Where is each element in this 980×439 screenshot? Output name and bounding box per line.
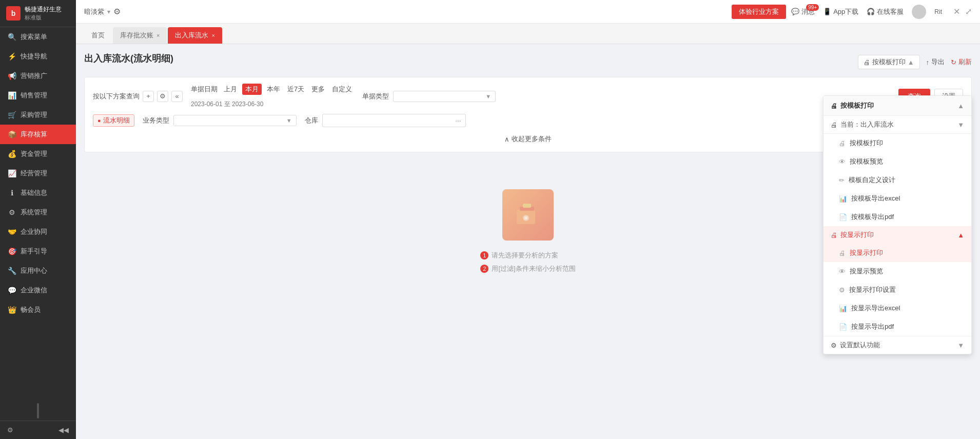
template-design-icon: ✏ — [839, 176, 845, 184]
sidebar-item-basic-info[interactable]: ℹ 基础信息 — [0, 183, 76, 203]
display-section-icon: 🖨 — [831, 231, 837, 239]
dropdown-footer-text: ⚙ 设置默认功能 — [831, 341, 880, 350]
tab-inout-flow[interactable]: 出入库流水 × — [168, 27, 222, 44]
dropdown-item-template-excel[interactable]: 📊 按模板导出excel — [824, 189, 971, 208]
sidebar-collapse-icon[interactable]: ◀◀ — [58, 426, 69, 434]
warehouse-select[interactable]: ··· — [322, 114, 466, 127]
page-actions: 🖨 按模板打印 ▲ ↑ 导出 ↻ 刷新 — [858, 55, 972, 69]
dropdown-item-display-print[interactable]: 🖨 按显示打印 — [824, 244, 971, 262]
template-pdf-icon: 📄 — [839, 213, 847, 221]
topbar-user-dropdown-icon[interactable]: ▾ — [107, 8, 110, 15]
sidebar-item-search[interactable]: 🔍 搜索菜单 — [0, 27, 76, 47]
sidebar-logo: b 畅捷通好生意 标准版 — [0, 0, 76, 27]
doc-type-field: 单据类型 ▼ — [362, 91, 496, 102]
svg-rect-2 — [523, 204, 531, 208]
sidebar-item-app-center[interactable]: 🔧 应用中心 — [0, 261, 76, 281]
sidebar-item-finance[interactable]: 💰 资金管理 — [0, 144, 76, 164]
date-field-row: 单据日期 上月 本月 本年 近7天 更多 自定义 — [191, 84, 354, 95]
export-button[interactable]: ↑ 导出 — [926, 57, 945, 67]
search-icon: 🔍 — [7, 33, 16, 41]
dropdown-item-template-preview[interactable]: 👁 按模板预览 — [824, 152, 971, 171]
topbar-app-download[interactable]: 📱 App下载 — [823, 7, 858, 16]
tab-inout-flow-close[interactable]: × — [211, 32, 214, 38]
tab-home[interactable]: 首页 — [84, 27, 112, 44]
sidebar-item-quick-nav[interactable]: ⚡ 快捷导航 — [0, 47, 76, 66]
member-icon: 👑 — [7, 306, 16, 314]
dropdown-item-template-design[interactable]: ✏ 模板自定义设计 — [824, 171, 971, 189]
dropdown-footer: ⚙ 设置默认功能 ▼ — [824, 336, 971, 354]
warehouse-more-icon[interactable]: ··· — [455, 116, 461, 125]
print-template-button[interactable]: 🖨 按模板打印 ▲ — [858, 55, 920, 69]
sidebar-item-sales[interactable]: 📊 销售管理 — [0, 86, 76, 105]
date-shortcut-custom[interactable]: 自定义 — [330, 84, 354, 95]
current-icon: 🖨 — [831, 121, 837, 129]
dropdown-item-display-preview[interactable]: 👁 按显示预览 — [824, 262, 971, 281]
window-controls: ✕ ⤢ — [953, 7, 972, 16]
dropdown-display-title: 🖨 按显示打印 — [831, 230, 874, 240]
empty-tips: 1 请先选择要分析的方案 2 用[过滤]条件来缩小分析范围 — [480, 249, 575, 275]
export-icon: ↑ — [926, 58, 930, 66]
footer-arrow: ▼ — [957, 342, 964, 349]
sidebar-item-purchase[interactable]: 🛒 采购管理 — [0, 105, 76, 125]
sidebar-settings-icon[interactable]: ⚙ — [7, 426, 13, 434]
sidebar-item-system[interactable]: ⚙ 系统管理 — [0, 203, 76, 222]
topbar: 暗淡紫 ▾ ⚙ 体验行业方案 💬 消息 99+ 📱 App下载 🎧 在线客服 R… — [76, 0, 980, 24]
trial-button[interactable]: 体验行业方案 — [732, 5, 786, 19]
sidebar-item-collab[interactable]: 🤝 企业协同 — [0, 222, 76, 242]
refresh-button[interactable]: ↻ 刷新 — [951, 57, 972, 67]
message-badge: 99+ — [806, 4, 819, 11]
quick-nav-icon: ⚡ — [7, 52, 16, 61]
doc-type-label: 单据类型 — [362, 92, 389, 101]
tab-inventory-batch[interactable]: 库存批次账 × — [113, 27, 167, 44]
dropdown-collapse-arrow[interactable]: ▲ — [957, 102, 964, 110]
tab-inventory-batch-close[interactable]: × — [156, 32, 160, 38]
date-shortcut-7days[interactable]: 近7天 — [285, 84, 306, 95]
sidebar-item-tutorial[interactable]: 🎯 新手引导 — [0, 242, 76, 261]
system-icon: ⚙ — [7, 208, 16, 216]
sidebar-scroll-indicator — [0, 401, 76, 421]
dropdown-item-display-excel[interactable]: 📊 按显示导出excel — [824, 299, 971, 317]
dropdown-header: 🖨 按模板打印 ▲ — [824, 96, 971, 116]
date-range-display: 2023-06-01 至 2023-06-30 — [191, 100, 263, 109]
date-shortcut-this-month[interactable]: 本月 — [242, 84, 262, 95]
scheme-tag-icon: ● — [97, 117, 101, 124]
sidebar-item-inventory[interactable]: 📦 库存核算 — [0, 125, 76, 144]
sidebar-item-weixin[interactable]: 💬 企业微信 — [0, 281, 76, 300]
date-shortcut-last-month[interactable]: 上月 — [222, 84, 239, 95]
window-expand-icon[interactable]: ⤢ — [965, 7, 972, 16]
template-excel-icon: 📊 — [839, 195, 847, 203]
dropdown-item-display-pdf[interactable]: 📄 按显示导出pdf — [824, 317, 971, 336]
sidebar-item-operations[interactable]: 📈 经营管理 — [0, 164, 76, 183]
sidebar-item-member[interactable]: 👑 畅会员 — [0, 300, 76, 320]
topbar-avatar[interactable] — [912, 5, 926, 19]
sidebar: b 畅捷通好生意 标准版 🔍 搜索菜单 ⚡ 快捷导航 📢 营销推广 📊 销售管理… — [0, 0, 76, 439]
empty-tip-1: 1 请先选择要分析的方案 — [480, 249, 575, 262]
add-scheme-button[interactable]: + — [143, 91, 154, 102]
topbar-username-display: Rit — [934, 8, 942, 15]
dropdown-item-template-print[interactable]: 🖨 按模板打印 — [824, 134, 971, 152]
dropdown-item-display-settings[interactable]: ⚙ 按显示打印设置 — [824, 281, 971, 299]
display-section-arrow[interactable]: ▲ — [957, 231, 964, 239]
window-close-icon[interactable]: ✕ — [953, 7, 960, 16]
collapse-scheme-button[interactable]: « — [171, 91, 183, 102]
topbar-message[interactable]: 💬 消息 99+ — [791, 7, 815, 16]
biz-type-field: 业务类型 ▼ — [143, 115, 297, 126]
display-pdf-icon: 📄 — [839, 323, 847, 331]
date-shortcut-this-year[interactable]: 本年 — [265, 84, 282, 95]
headset-icon: 🎧 — [867, 8, 875, 15]
refresh-icon: ↻ — [951, 58, 956, 66]
topbar-customer-service[interactable]: 🎧 在线客服 — [867, 7, 904, 16]
print-dropdown-arrow: ▲ — [908, 58, 914, 66]
biz-type-select[interactable]: ▼ — [173, 115, 297, 126]
scheme-settings-button[interactable]: ⚙ — [157, 91, 168, 102]
date-shortcut-more[interactable]: 更多 — [309, 84, 327, 95]
dropdown-current-arrow: ▼ — [957, 121, 964, 129]
main-area: 暗淡紫 ▾ ⚙ 体验行业方案 💬 消息 99+ 📱 App下载 🎧 在线客服 R… — [76, 0, 980, 439]
sidebar-item-marketing[interactable]: 📢 营销推广 — [0, 66, 76, 86]
message-icon: 💬 — [791, 8, 799, 15]
dropdown-item-template-pdf[interactable]: 📄 按模板导出pdf — [824, 208, 971, 226]
warehouse-field: 仓库 ··· — [305, 114, 466, 127]
topbar-settings-icon[interactable]: ⚙ — [113, 7, 121, 16]
doc-type-select[interactable]: ▼ — [393, 91, 496, 102]
tabbar: 首页 库存批次账 × 出入库流水 × — [76, 24, 980, 44]
